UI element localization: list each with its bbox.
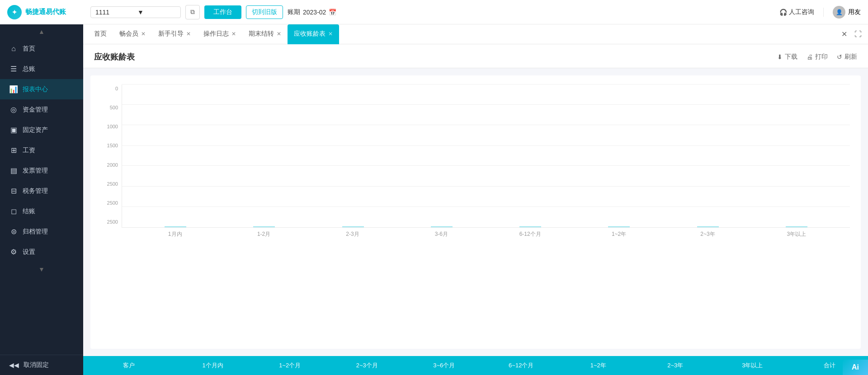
tab-home[interactable]: 首页 [88,24,113,44]
tab-guide[interactable]: 新手引导 ✕ [152,24,197,44]
company-name: 1111 [95,9,134,16]
sidebar: ▲ ⌂ 首页 ☰ 总账 📊 报表中心 ◎ 资金管理 ▣ 固定资产 ⊞ 工资 ▤ … [0,24,83,375]
th-y3p: 3年以上 [714,361,791,370]
sidebar-item-home[interactable]: ⌂ 首页 [0,39,83,59]
tab-close-icon[interactable]: ✕ [231,31,236,37]
workbench-button[interactable]: 工作台 [204,5,241,19]
sidebar-item-label: 首页 [23,45,35,53]
scroll-down-button[interactable]: ▼ [0,262,83,277]
switch-version-button[interactable]: 切到旧版 [246,5,283,19]
bar-group [575,226,663,227]
reports-icon: 📊 [9,85,18,94]
x-label: 2~3年 [663,230,752,238]
tab-close-icon[interactable]: ✕ [141,31,146,37]
tab-member[interactable]: 畅会员 ✕ [113,24,152,44]
bar-group [664,226,752,227]
logo-area: ✦ 畅捷通易代账 [7,5,90,19]
print-button[interactable]: 🖨 打印 [807,53,828,61]
th-customer: 客户 [83,361,174,370]
th-m1: 1个月内 [174,361,251,370]
x-label: 3年以上 [752,230,841,238]
tab-close-icon[interactable]: ✕ [328,31,333,37]
sidebar-item-salary[interactable]: ⊞ 工资 [0,140,83,160]
tab-label: 应收账龄表 [294,30,326,38]
consult-label: 人工咨询 [789,8,814,16]
cancel-pin-label: 取消固定 [24,361,49,369]
bar-group [752,226,841,227]
sidebar-item-label: 归档管理 [23,228,48,236]
bar [165,226,186,227]
bar-group [486,226,575,227]
header-center: 1111 ▼ ⧉ 工作台 切到旧版 账期 2023-02 📅 [90,5,779,19]
th-m36: 3~6个月 [406,361,483,370]
sidebar-item-reports[interactable]: 📊 报表中心 [0,79,83,99]
header-right: 🎧 人工咨询 👤 用友 [779,6,861,19]
chart-inner: 1月内 1-2月 2-3月 3-6月 6-12个月 1~2年 2~3年 3年以上 [122,84,850,238]
download-button[interactable]: ⬇ 下载 [777,53,797,61]
ai-badge[interactable]: Ai [843,360,868,375]
y-label: 1500 [107,143,118,148]
tab-label: 首页 [94,30,107,38]
bar [342,226,364,227]
sidebar-item-label: 资金管理 [23,106,48,114]
salary-icon: ⊞ [9,146,18,155]
tab-close-icon[interactable]: ✕ [186,31,191,37]
sidebar-item-tax[interactable]: ⊟ 税务管理 [0,181,83,201]
x-label: 1月内 [131,230,219,238]
sidebar-item-funds[interactable]: ◎ 资金管理 [0,99,83,120]
table-header-bar: 客户 1个月内 1~2个月 2~3个月 3~6个月 6~12个月 1~2年 2~… [83,356,868,375]
sidebar-item-assets[interactable]: ▣ 固定资产 [0,120,83,140]
bar-group [397,226,486,227]
user-name: 用友 [848,8,861,16]
refresh-button[interactable]: ↺ 刷新 [837,53,857,61]
company-selector[interactable]: 1111 ▼ [90,6,181,18]
chart-container: 2500 2500 2500 2000 1500 1000 500 0 [90,75,861,349]
refresh-icon: ↺ [837,53,842,61]
sidebar-item-checkout[interactable]: ◻ 结账 [0,201,83,221]
checkout-icon: ◻ [9,207,18,216]
tab-close-icon[interactable]: ✕ [277,31,281,37]
download-icon: ⬇ [777,53,783,61]
close-tab-button[interactable]: ✕ [840,28,849,40]
sidebar-item-settings[interactable]: ⚙ 设置 [0,242,83,262]
refresh-label: 刷新 [844,53,857,61]
bar [253,226,275,227]
user-area[interactable]: 👤 用友 [833,6,861,19]
bar [431,226,453,227]
tabs-actions: ✕ ⛶ [840,28,863,40]
chevron-down-icon: ▼ [137,9,176,16]
cancel-pin-button[interactable]: ◀◀ 取消固定 [0,355,83,375]
settings-icon: ⚙ [9,248,18,256]
y-label: 2500 [107,182,118,187]
print-label: 打印 [815,53,828,61]
tab-period-end[interactable]: 期末结转 ✕ [242,24,288,44]
scroll-up-button[interactable]: ▲ [0,24,83,39]
x-label: 1~2年 [575,230,663,238]
maximize-tab-button[interactable]: ⛶ [853,28,863,40]
consult-button[interactable]: 🎧 人工咨询 [779,8,814,16]
logo-text: 畅捷通易代账 [25,8,66,16]
avatar: 👤 [833,6,845,19]
tax-icon: ⊟ [9,187,18,195]
assets-icon: ▣ [9,126,18,134]
print-icon: 🖨 [807,53,813,61]
tab-label: 畅会员 [119,30,138,38]
y-label: 2500 [107,220,118,225]
sidebar-item-invoice[interactable]: ▤ 发票管理 [0,160,83,181]
sidebar-item-label: 工资 [23,146,35,155]
calendar-icon[interactable]: 📅 [329,9,336,16]
tab-ar-aging[interactable]: 应收账龄表 ✕ [288,24,339,44]
tab-oplog[interactable]: 操作日志 ✕ [197,24,242,44]
bar-group [220,226,308,227]
sidebar-item-label: 设置 [23,248,35,256]
chart-wrapper: 2500 2500 2500 2000 1500 1000 500 0 [101,84,850,238]
copy-button[interactable]: ⧉ [185,5,200,19]
page-actions: ⬇ 下载 🖨 打印 ↺ 刷新 [777,53,857,61]
sidebar-item-ledger[interactable]: ☰ 总账 [0,59,83,79]
pin-icon: ◀◀ [9,361,19,369]
bar [697,226,719,227]
page-header: 应收账龄表 ⬇ 下载 🖨 打印 ↺ 刷新 [83,44,868,68]
sidebar-item-archive[interactable]: ⊜ 归档管理 [0,221,83,242]
sidebar-item-label: 报表中心 [23,85,48,94]
headset-icon: 🎧 [779,9,787,16]
